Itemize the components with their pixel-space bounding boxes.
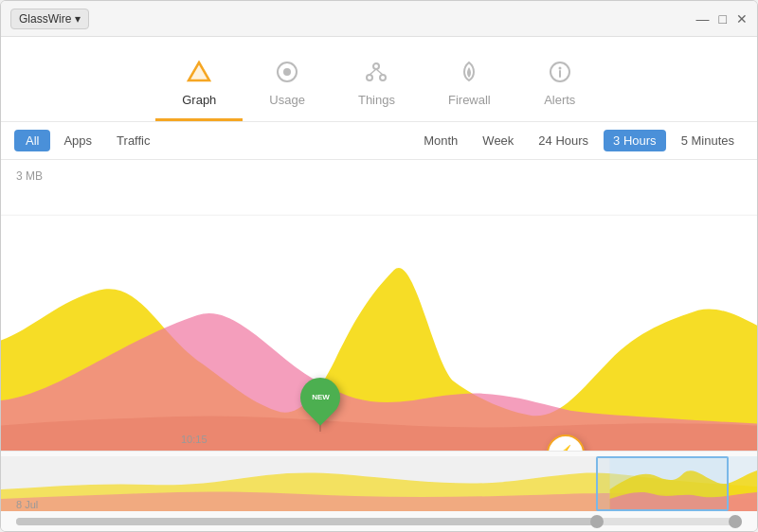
svg-point-10 — [558, 67, 561, 70]
app-window: GlassWire ▾ — □ ✕ Graph — [0, 0, 758, 532]
nav-item-usage[interactable]: Usage — [243, 50, 332, 121]
title-bar: GlassWire ▾ — □ ✕ — [1, 1, 757, 37]
graph-icon — [187, 60, 211, 88]
usage-icon — [275, 60, 299, 88]
svg-point-4 — [373, 63, 379, 69]
time-24hours-button[interactable]: 24 Hours — [529, 130, 598, 151]
nav-item-things[interactable]: Things — [332, 50, 422, 121]
minimize-button[interactable]: — — [696, 12, 710, 26]
nav-label-usage: Usage — [269, 93, 305, 107]
scrollbar-right-handle[interactable] — [729, 515, 742, 528]
nav-label-things: Things — [358, 93, 395, 107]
mini-chart-area: 8 Jul — [1, 451, 757, 531]
filter-right: Month Week 24 Hours 3 Hours 5 Minutes — [414, 130, 744, 151]
filter-bar: All Apps Traffic Month Week 24 Hours 3 H… — [1, 122, 757, 160]
dropdown-icon: ▾ — [75, 12, 81, 26]
svg-point-3 — [283, 68, 291, 76]
app-name-label: GlassWire — [19, 12, 71, 26]
alerts-icon — [548, 60, 572, 88]
app-name-button[interactable]: GlassWire ▾ — [10, 9, 89, 29]
nav-label-alerts: Alerts — [544, 93, 575, 107]
title-bar-controls: — □ ✕ — [696, 12, 748, 26]
new-pin[interactable]: NEW — [300, 378, 340, 432]
nav-item-alerts[interactable]: Alerts — [517, 50, 603, 121]
nav-item-graph[interactable]: Graph — [155, 50, 243, 121]
time-month-button[interactable]: Month — [414, 130, 467, 151]
chart-svg — [1, 160, 757, 451]
close-button[interactable]: ✕ — [736, 12, 748, 26]
scrollbar-track — [16, 518, 742, 525]
filter-apps-button[interactable]: Apps — [52, 130, 103, 151]
maximize-button[interactable]: □ — [719, 12, 727, 26]
mini-chart-date: 8 Jul — [16, 499, 38, 510]
firewall-icon — [457, 60, 481, 88]
time-week-button[interactable]: Week — [473, 130, 523, 151]
title-bar-left: GlassWire ▾ — [10, 9, 89, 29]
filter-left: All Apps Traffic — [14, 130, 414, 151]
nav-bar: Graph Usage Things — [1, 37, 757, 122]
chart-area: 3 MB NEW ⚡ 10:15 — [1, 160, 757, 451]
mini-viewport[interactable] — [596, 456, 729, 511]
scrollbar-thumb — [16, 518, 602, 525]
filter-traffic-button[interactable]: Traffic — [105, 130, 161, 151]
svg-point-5 — [367, 75, 372, 80]
time-3hours-button[interactable]: 3 Hours — [604, 130, 666, 151]
svg-line-7 — [370, 69, 376, 75]
nav-label-firewall: Firewall — [448, 93, 491, 107]
nav-item-firewall[interactable]: Firewall — [422, 50, 517, 121]
svg-line-8 — [376, 69, 383, 75]
svg-point-6 — [380, 75, 386, 80]
alert-pin[interactable]: ⚡ — [547, 434, 585, 451]
filter-all-button[interactable]: All — [14, 130, 50, 151]
things-icon — [364, 60, 388, 88]
time-5minutes-button[interactable]: 5 Minutes — [672, 130, 744, 151]
nav-label-graph: Graph — [182, 93, 216, 107]
time-marker: 10:15 — [181, 434, 208, 445]
scrollbar-left-handle[interactable] — [590, 515, 604, 528]
svg-marker-1 — [189, 62, 209, 80]
